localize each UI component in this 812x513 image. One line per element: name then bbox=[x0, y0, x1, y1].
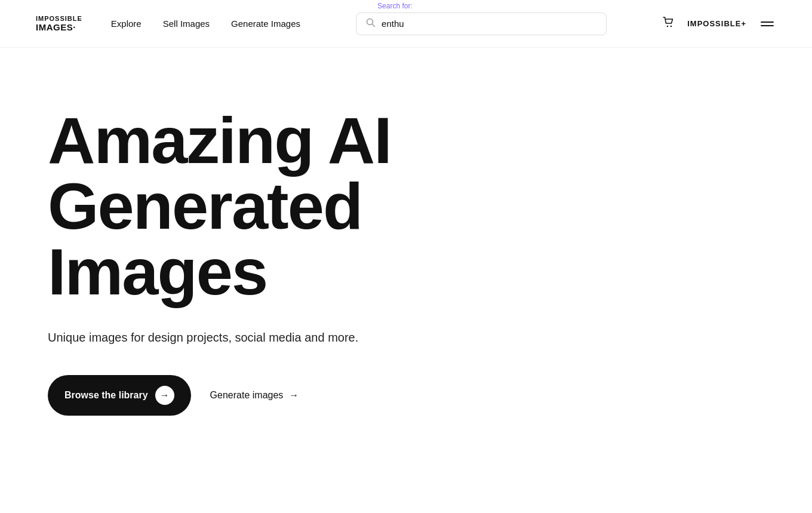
logo-bottom-line: IMAGES· bbox=[36, 22, 82, 32]
hero-title: Amazing AI Generated Images bbox=[48, 107, 430, 305]
header-right: IMPOSSIBLE+ bbox=[662, 16, 776, 32]
main-nav: Explore Sell Images Generate Images bbox=[111, 19, 300, 29]
generate-images-label: Generate images bbox=[210, 390, 284, 401]
hero-section: Amazing AI Generated Images Unique image… bbox=[0, 48, 812, 463]
search-icon bbox=[366, 18, 376, 30]
generate-images-button[interactable]: Generate images → bbox=[210, 390, 299, 401]
impossible-plus-badge[interactable]: IMPOSSIBLE+ bbox=[687, 19, 746, 28]
site-header: IMPOSSIBLE IMAGES· Explore Sell Images G… bbox=[0, 0, 812, 48]
svg-point-2 bbox=[667, 26, 668, 27]
browse-arrow-icon: → bbox=[155, 386, 174, 405]
svg-line-1 bbox=[373, 24, 375, 26]
cart-icon[interactable] bbox=[662, 16, 675, 32]
browse-library-button[interactable]: Browse the library → bbox=[48, 375, 191, 416]
svg-point-3 bbox=[670, 26, 672, 27]
menu-bar-2 bbox=[761, 25, 774, 26]
hamburger-menu[interactable] bbox=[758, 19, 776, 29]
menu-bar-1 bbox=[761, 21, 774, 23]
hero-content: Amazing AI Generated Images Unique image… bbox=[0, 48, 478, 463]
browse-library-label: Browse the library bbox=[64, 390, 148, 401]
nav-explore[interactable]: Explore bbox=[111, 19, 142, 29]
logo-top-line: IMPOSSIBLE bbox=[36, 15, 82, 23]
search-input[interactable] bbox=[382, 19, 596, 29]
logo[interactable]: IMPOSSIBLE IMAGES· bbox=[36, 15, 82, 33]
nav-generate-images[interactable]: Generate Images bbox=[231, 19, 300, 29]
hero-subtitle: Unique images for design projects, socia… bbox=[48, 328, 382, 346]
hero-actions: Browse the library → Generate images → bbox=[48, 375, 430, 416]
header-left: IMPOSSIBLE IMAGES· Explore Sell Images G… bbox=[36, 15, 300, 33]
search-label: Search for: bbox=[377, 2, 413, 10]
search-wrapper: Search for: bbox=[356, 13, 607, 35]
nav-sell-images[interactable]: Sell Images bbox=[163, 19, 210, 29]
search-box bbox=[356, 13, 607, 35]
generate-arrow-icon: → bbox=[289, 390, 299, 401]
